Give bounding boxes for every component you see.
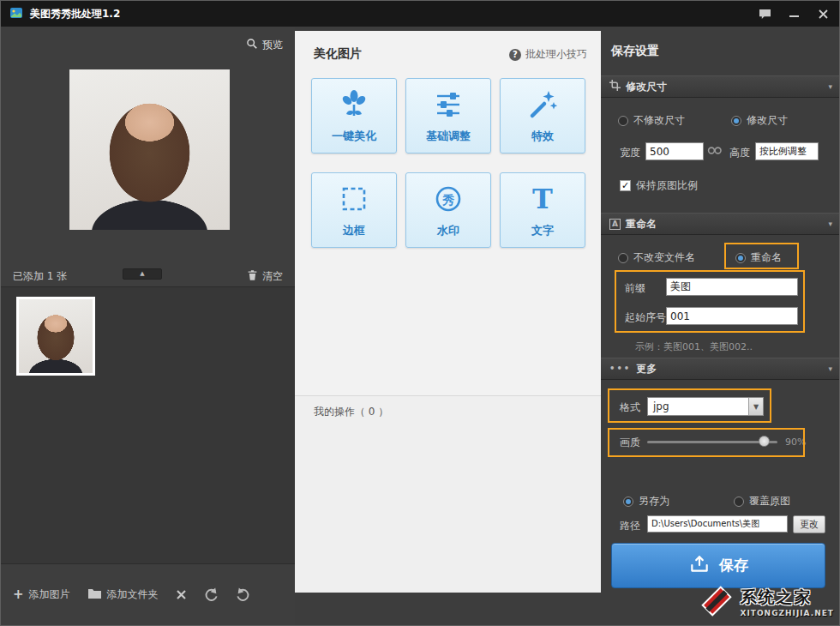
width-label: 宽度 — [620, 146, 640, 160]
preview-button[interactable]: 预览 — [246, 38, 283, 52]
operations-label: 我的操作（ 0 ） — [314, 406, 388, 418]
redo-button[interactable] — [236, 587, 250, 602]
rename-example: 示例：美图001、美图002.. — [635, 340, 753, 353]
titlebar: 美图秀秀批处理1.2 — [1, 1, 839, 27]
radio-circle — [734, 497, 744, 507]
chevron-down-icon: ▾ — [828, 220, 832, 228]
format-value: jpg — [648, 400, 748, 412]
radio-overwrite[interactable]: 覆盖原图 — [734, 494, 790, 509]
tool-grid: 一键美化 基础调整 特 — [311, 78, 585, 248]
tool-onekey-beautify[interactable]: 一键美化 — [311, 78, 397, 153]
dropdown-arrow-icon[interactable]: ▼ — [748, 398, 763, 415]
clear-button[interactable]: 清空 — [247, 269, 283, 284]
close-button[interactable] — [815, 6, 831, 21]
format-label: 格式 — [620, 400, 640, 415]
trash-icon — [247, 269, 258, 284]
radio-label: 修改尺寸 — [747, 113, 788, 128]
frame-icon — [337, 182, 371, 219]
radio-keep-filename[interactable]: 不改变文件名 — [618, 250, 695, 265]
tool-label: 基础调整 — [426, 129, 471, 144]
change-path-label: 更改 — [800, 518, 819, 531]
prefix-label: 前缀 — [625, 281, 645, 296]
quality-value: 90% — [785, 436, 806, 448]
tool-label: 特效 — [531, 129, 554, 144]
radio-circle-selected — [623, 497, 633, 507]
chevron-down-icon: ▾ — [828, 82, 832, 91]
tool-label: 边框 — [343, 223, 365, 238]
app-window: 美图秀秀批处理1.2 预览 已添加 1 张 ▲ — [0, 0, 840, 626]
radio-no-resize[interactable]: 不修改尺寸 — [618, 113, 685, 128]
tips-link[interactable]: ? 批处理小技巧 — [509, 47, 587, 62]
tool-text[interactable]: T 文字 — [500, 172, 585, 248]
format-dropdown[interactable]: jpg ▼ — [647, 397, 764, 416]
tool-label: 文字 — [531, 223, 554, 238]
radio-label: 覆盖原图 — [749, 494, 790, 509]
watermark-url: XITONGZHIJIA.NET — [741, 609, 834, 617]
flower-icon — [337, 87, 371, 124]
radio-label: 不改变文件名 — [633, 250, 695, 265]
checkbox-label: 保持原图比例 — [636, 178, 698, 193]
start-number-label: 起始序号 — [625, 310, 666, 325]
tool-basic-adjust[interactable]: 基础调整 — [405, 78, 491, 153]
radio-circle — [618, 253, 628, 263]
magnifier-icon — [246, 38, 258, 52]
minimize-button[interactable] — [786, 6, 801, 21]
change-path-button[interactable]: 更改 — [793, 515, 825, 533]
start-number-input[interactable] — [666, 307, 798, 325]
watermark: 系统之家 XITONGZHIJIA.NET — [696, 580, 834, 623]
resize-header-label: 修改尺寸 — [626, 80, 667, 94]
rename-icon: A — [609, 219, 621, 230]
app-icon — [9, 6, 23, 22]
collapse-list-button[interactable]: ▲ — [123, 268, 162, 280]
tool-label: 一键美化 — [332, 129, 376, 144]
window-title: 美图秀秀批处理1.2 — [30, 7, 120, 21]
tool-border[interactable]: 边框 — [311, 172, 397, 248]
chevron-down-icon: ▾ — [828, 364, 832, 373]
radio-label: 不修改尺寸 — [633, 113, 685, 128]
save-button-label: 保存 — [719, 556, 748, 575]
save-settings-panel: 保存设置 修改尺寸 ▾ 不修改尺寸 修改尺寸 宽度 高度 ✓ 保持原图比例 — [601, 27, 840, 625]
more-header-label: 更多 — [636, 362, 657, 376]
height-label: 高度 — [729, 146, 750, 160]
add-image-button[interactable]: + 添加图片 — [13, 587, 70, 602]
svg-text:T: T — [532, 183, 553, 215]
tool-effects[interactable]: 特效 — [500, 78, 585, 153]
section-header-rename[interactable]: A 重命名 ▾ — [601, 213, 840, 235]
preview-image — [69, 69, 230, 230]
save-settings-title: 保存设置 — [611, 44, 659, 59]
xiu-badge-icon: 秀 — [431, 182, 465, 219]
radio-rename[interactable]: 重命名 — [735, 250, 782, 265]
radio-label: 重命名 — [751, 250, 782, 265]
width-input[interactable] — [645, 142, 704, 160]
image-list-panel: 预览 已添加 1 张 ▲ 清空 + 添加图片 — [1, 27, 295, 625]
rename-header-label: 重命名 — [626, 217, 657, 232]
radio-save-as[interactable]: 另存为 — [623, 494, 669, 509]
operations-section: 我的操作（ 0 ） — [295, 395, 601, 593]
section-header-more[interactable]: ••• 更多 ▾ — [601, 358, 840, 380]
path-label: 路径 — [620, 519, 640, 533]
radio-resize[interactable]: 修改尺寸 — [731, 113, 788, 128]
add-folder-button[interactable]: 添加文件夹 — [87, 587, 159, 602]
svg-text:秀: 秀 — [442, 193, 455, 207]
link-icon — [707, 146, 723, 158]
quality-slider-handle[interactable] — [759, 436, 770, 447]
question-icon: ? — [509, 49, 521, 61]
added-count-label: 已添加 1 张 — [13, 269, 67, 284]
beautify-panel: 美化图片 ? 批处理小技巧 一键美化 — [295, 31, 601, 593]
thumbnail-list — [1, 286, 295, 564]
radio-circle — [618, 116, 628, 126]
radio-circle-selected — [735, 253, 746, 263]
section-header-resize[interactable]: 修改尺寸 ▾ — [601, 75, 840, 98]
height-input[interactable] — [755, 142, 819, 160]
preview-label: 预览 — [262, 38, 283, 52]
prefix-input[interactable] — [666, 278, 798, 296]
feedback-icon[interactable] — [757, 6, 772, 21]
panel-title: 美化图片 — [314, 46, 362, 62]
remove-button[interactable] — [176, 589, 187, 600]
undo-button[interactable] — [204, 587, 219, 602]
left-toolbar: + 添加图片 添加文件夹 — [1, 563, 295, 625]
tool-watermark[interactable]: 秀 水印 — [405, 172, 491, 248]
path-input[interactable] — [647, 515, 788, 533]
thumbnail-item[interactable] — [16, 297, 95, 376]
keep-ratio-checkbox[interactable]: ✓ 保持原图比例 — [620, 178, 698, 193]
